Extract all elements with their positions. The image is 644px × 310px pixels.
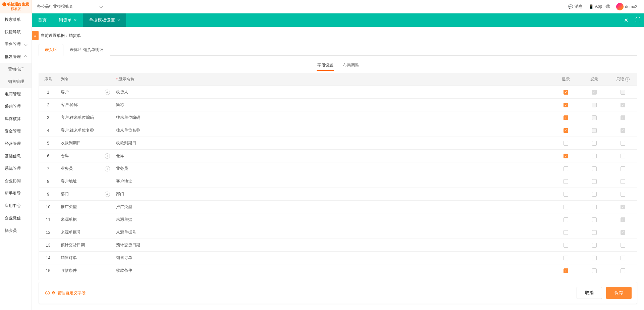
sidebar-subitem[interactable]: 营销推广 bbox=[0, 63, 32, 75]
close-icon[interactable]: ✕ bbox=[74, 18, 77, 22]
table-row: 5收款到期日收款到期日 bbox=[39, 137, 637, 150]
cell-display-name[interactable]: 往来单位名称 bbox=[113, 124, 551, 137]
checkbox-show[interactable] bbox=[564, 166, 568, 171]
section-tab[interactable]: 表头区 bbox=[39, 44, 63, 56]
sidebar-item[interactable]: 零售管理 bbox=[0, 38, 32, 51]
checkbox-readonly[interactable] bbox=[621, 179, 625, 184]
checkbox-readonly[interactable] bbox=[621, 256, 625, 260]
checkbox-required[interactable] bbox=[592, 166, 597, 171]
checkbox-show[interactable] bbox=[564, 243, 568, 248]
checkbox-show[interactable] bbox=[564, 90, 568, 95]
manage-custom-fields-link[interactable]: ? ⚙ 管理自定义字段 bbox=[44, 290, 86, 296]
page-tab[interactable]: 单据模板设置✕ bbox=[83, 13, 126, 27]
sidebar-item[interactable]: 快捷导航 bbox=[0, 26, 32, 38]
cell-display-name[interactable]: 结算客户 bbox=[113, 277, 551, 280]
checkbox-show[interactable] bbox=[564, 154, 568, 158]
checkbox-show[interactable] bbox=[564, 103, 568, 107]
banner-expand-icon[interactable]: » bbox=[32, 31, 39, 40]
app-download-button[interactable]: 📱App下载 bbox=[589, 4, 610, 9]
sidebar-item[interactable]: 新手引导 bbox=[0, 187, 32, 200]
table-row: 1客户+收货人 bbox=[39, 86, 637, 99]
checkbox-readonly[interactable] bbox=[621, 166, 625, 171]
checkbox-required[interactable] bbox=[592, 230, 597, 235]
user-menu[interactable]: demo2 bbox=[616, 3, 637, 10]
cell-display-name[interactable]: 仓库 bbox=[113, 150, 551, 162]
checkbox-required[interactable] bbox=[592, 217, 597, 222]
cell-display-name[interactable]: 部门 bbox=[113, 188, 551, 200]
expand-plus-icon[interactable]: + bbox=[105, 153, 110, 159]
help-icon[interactable]: ? bbox=[625, 77, 630, 82]
checkbox-readonly[interactable] bbox=[621, 154, 625, 158]
account-selector[interactable]: 办公品行业模拟账套 bbox=[37, 4, 102, 9]
sidebar-subitem[interactable]: 销售管理 bbox=[0, 75, 32, 88]
checkbox-required[interactable] bbox=[592, 243, 597, 248]
checkbox-readonly[interactable] bbox=[621, 141, 625, 146]
sidebar-item[interactable]: 批发管理 bbox=[0, 51, 32, 63]
checkbox-show[interactable] bbox=[564, 192, 568, 197]
checkbox-required[interactable] bbox=[592, 192, 597, 197]
page-tab[interactable]: 首页 bbox=[32, 13, 53, 27]
table-body[interactable]: 1客户+收货人2客户.简称简称3客户.往来单位编码往来单位编码4客户.往来单位名… bbox=[39, 86, 637, 280]
close-all-icon[interactable]: ✕ bbox=[620, 13, 632, 27]
checkbox-show[interactable] bbox=[564, 141, 568, 146]
sidebar-item[interactable]: 经营管理 bbox=[0, 138, 32, 150]
cell-display-name[interactable]: 简称 bbox=[113, 99, 551, 111]
sidebar-item[interactable]: 库存核算 bbox=[0, 113, 32, 125]
messages-button[interactable]: 💬消息 bbox=[568, 4, 583, 9]
checkbox-required[interactable] bbox=[592, 268, 597, 273]
checkbox-show[interactable] bbox=[564, 179, 568, 184]
section-tab[interactable]: 表体区-销货单明细 bbox=[63, 44, 110, 56]
cell-display-name[interactable]: 客户地址 bbox=[113, 175, 551, 188]
cell-display-name[interactable]: 推广类型 bbox=[113, 201, 551, 213]
sidebar-item[interactable]: 电商管理 bbox=[0, 88, 32, 100]
sub-tab[interactable]: 字段设置 bbox=[317, 60, 334, 71]
sidebar-item[interactable]: 企业微信 bbox=[0, 212, 32, 224]
expand-plus-icon[interactable]: + bbox=[105, 90, 110, 95]
checkbox-show[interactable] bbox=[564, 230, 568, 235]
cell-display-name[interactable]: 来源单据号 bbox=[113, 226, 551, 239]
checkbox-required[interactable] bbox=[592, 256, 597, 260]
checkbox-required[interactable] bbox=[592, 154, 597, 158]
fullscreen-icon[interactable]: ⛶ bbox=[632, 13, 644, 27]
checkbox-required bbox=[592, 115, 597, 120]
checkbox-required[interactable] bbox=[592, 179, 597, 184]
cell-display-name[interactable]: 来源单据 bbox=[113, 213, 551, 226]
cell-display-name[interactable]: 业务员 bbox=[113, 162, 551, 175]
checkbox-show[interactable] bbox=[564, 115, 568, 120]
cell-display-name[interactable]: 收货人 bbox=[113, 86, 551, 98]
cell-display-name[interactable]: 销售订单 bbox=[113, 252, 551, 264]
checkbox-show[interactable] bbox=[564, 268, 568, 273]
checkbox-required[interactable] bbox=[592, 205, 597, 209]
checkbox-readonly[interactable] bbox=[621, 192, 625, 197]
cancel-button[interactable]: 取消 bbox=[577, 287, 602, 299]
expand-plus-icon[interactable]: + bbox=[105, 192, 110, 197]
sidebar-item[interactable]: 资金管理 bbox=[0, 125, 32, 138]
checkbox-readonly bbox=[621, 90, 625, 95]
sidebar-item[interactable]: 应用中心 bbox=[0, 200, 32, 212]
sidebar-item[interactable]: 企业协同 bbox=[0, 175, 32, 187]
cell-display-name[interactable]: 收款到期日 bbox=[113, 137, 551, 149]
sidebar-item[interactable]: 搜索菜单 bbox=[0, 13, 32, 26]
close-icon[interactable]: ✕ bbox=[117, 18, 120, 22]
checkbox-readonly[interactable] bbox=[621, 268, 625, 273]
checkbox-show[interactable] bbox=[564, 217, 568, 222]
expand-plus-icon[interactable]: + bbox=[105, 166, 110, 171]
checkbox-readonly[interactable] bbox=[621, 243, 625, 248]
sidebar-item[interactable]: 畅会员 bbox=[0, 224, 32, 237]
page-tab[interactable]: 销货单✕ bbox=[53, 13, 83, 27]
checkbox-required[interactable] bbox=[592, 141, 597, 146]
cell-display-name[interactable]: 收款条件 bbox=[113, 264, 551, 277]
checkbox-show[interactable] bbox=[564, 205, 568, 209]
checkbox-show[interactable] bbox=[564, 256, 568, 260]
sidebar-item[interactable]: 系统管理 bbox=[0, 162, 32, 175]
sidebar-item[interactable]: 基础信息 bbox=[0, 150, 32, 162]
save-button[interactable]: 保存 bbox=[606, 287, 632, 299]
checkbox-show[interactable] bbox=[564, 128, 568, 133]
cell-display-name[interactable]: 往来单位编码 bbox=[113, 111, 551, 124]
cell-display-name[interactable]: 预计交货日期 bbox=[113, 239, 551, 251]
chevron-up-icon bbox=[24, 55, 28, 59]
page-tab-label: 单据模板设置 bbox=[89, 17, 115, 23]
sub-tab[interactable]: 布局调整 bbox=[342, 60, 360, 71]
sidebar-item[interactable]: 采购管理 bbox=[0, 100, 32, 113]
top-actions: 💬消息 📱App下载 demo2 bbox=[568, 3, 637, 10]
